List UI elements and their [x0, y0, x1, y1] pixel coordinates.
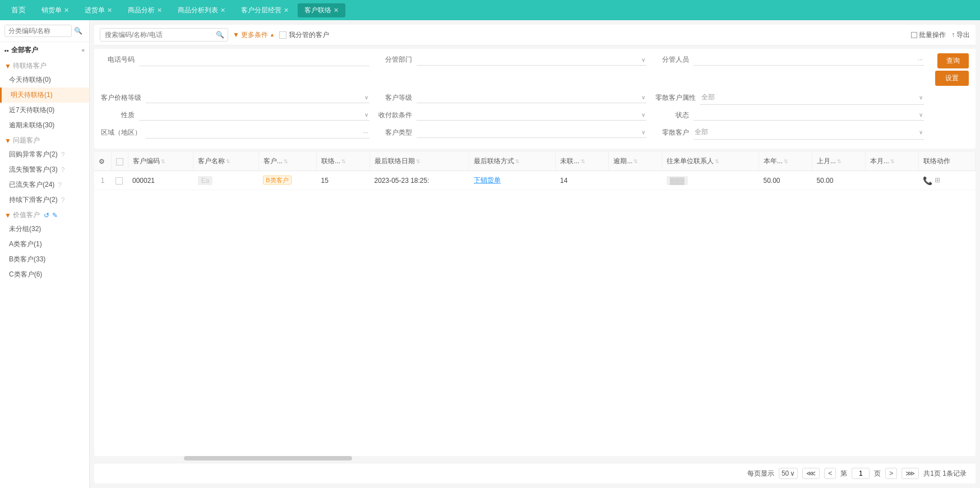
- nav-purchase-order[interactable]: 进货单 ✕: [78, 3, 119, 17]
- col-last-contact-method[interactable]: 最后联络方式⇅: [469, 152, 556, 171]
- filter-price-select[interactable]: ∨: [146, 92, 369, 103]
- settings-button[interactable]: 设置: [935, 71, 969, 86]
- grid-action-icon[interactable]: ⊞: [935, 176, 940, 185]
- col-this-month[interactable]: 本月...⇅: [865, 152, 918, 171]
- refresh-icon[interactable]: ↺: [44, 211, 49, 219]
- row-last-contact-method[interactable]: 下销货单: [469, 171, 556, 190]
- col-code[interactable]: 客户编码⇅: [128, 152, 193, 171]
- next-page-button[interactable]: >: [885, 468, 897, 479]
- unit-contact-masked: ▓▓▓: [667, 176, 688, 185]
- question3-icon: ?: [58, 181, 62, 189]
- phone-action-icon[interactable]: 📞: [923, 176, 932, 185]
- scrollbar-thumb[interactable]: [184, 456, 352, 461]
- nav-customer-contact[interactable]: 客户联络 ✕: [298, 3, 345, 17]
- sidebar-search-input[interactable]: [4, 25, 72, 37]
- my-customers-checkbox[interactable]: [279, 31, 286, 39]
- sidebar-all-customers[interactable]: ▪▪ 全部客户 «: [0, 42, 89, 58]
- nav-close-contact[interactable]: ✕: [334, 7, 339, 14]
- nav-home[interactable]: 首页: [4, 3, 33, 17]
- batch-operation-button[interactable]: 批量操作: [911, 30, 946, 40]
- filter-area-select[interactable]: ···: [146, 127, 369, 139]
- sidebar-item-ungrouped[interactable]: 未分组(32): [0, 222, 89, 237]
- edit-value-icon[interactable]: ✎: [52, 211, 58, 219]
- prev-page-button[interactable]: <: [824, 468, 836, 479]
- row-name: Ea: [193, 171, 259, 190]
- sidebar-search-icon[interactable]: 🔍: [74, 27, 82, 35]
- horizontal-scrollbar[interactable]: [94, 456, 976, 461]
- row-code: 000021: [128, 171, 193, 190]
- row-checkbox[interactable]: [115, 177, 123, 185]
- filter-area-label: 区域（地区）: [101, 128, 141, 137]
- col-unit-contact[interactable]: 往来单位联系人⇅: [662, 152, 759, 171]
- filter-retail-attr-cell: 零散客户属性 全部∨: [655, 90, 924, 105]
- filter-gender-select[interactable]: ∨: [139, 109, 369, 121]
- sidebar-item-class-b[interactable]: B类客户(33): [0, 252, 89, 267]
- row-num: 1: [94, 171, 111, 190]
- col-last-contact-date[interactable]: 最后联络日期⇅: [369, 152, 469, 171]
- filter-payment-select[interactable]: ∨: [417, 109, 647, 121]
- filter-dept-select[interactable]: ∨: [417, 54, 647, 66]
- row-type: B类客户: [258, 171, 316, 190]
- page-number-input[interactable]: [852, 468, 870, 479]
- sidebar-item-declining[interactable]: 持续下滑客户(2) ?: [0, 192, 89, 208]
- filter-retail-attr-select[interactable]: 全部∨: [700, 90, 924, 105]
- export-button[interactable]: ↑ 导出: [951, 30, 970, 40]
- nav-close-purchase[interactable]: ✕: [107, 7, 112, 14]
- filter-customer-level-select[interactable]: ∨: [417, 92, 647, 103]
- sidebar-collapse-icon[interactable]: «: [81, 47, 85, 53]
- filter-customer-type-select[interactable]: ∨: [417, 127, 647, 138]
- filter-phone-input[interactable]: [139, 53, 369, 66]
- toolbar-search-button[interactable]: 🔍: [212, 29, 228, 41]
- sidebar-item-today[interactable]: 今天待联络(0): [0, 72, 89, 88]
- nav-close-sales[interactable]: ✕: [64, 7, 69, 14]
- filter-phone-label: 电话号码: [101, 55, 135, 65]
- triangle3-icon: ▼: [4, 211, 11, 219]
- col-type[interactable]: 客户...⇅: [258, 152, 316, 171]
- col-un-contact[interactable]: 未联...⇅: [556, 152, 609, 171]
- col-this-year[interactable]: 本年...⇅: [759, 152, 812, 171]
- col-name[interactable]: 客户名称⇅: [193, 152, 259, 171]
- sidebar-item-class-c[interactable]: C类客户(6): [0, 267, 89, 282]
- filter-customer-type-label: 客户类型: [378, 128, 412, 137]
- col-last-month[interactable]: 上月...⇅: [812, 152, 865, 171]
- nav-close-stratification[interactable]: ✕: [284, 7, 289, 14]
- sidebar-item-repurchase-abnormal[interactable]: 回购异常客户(2) ?: [0, 147, 89, 162]
- sidebar-item-class-a[interactable]: A类客户(1): [0, 237, 89, 252]
- first-page-button[interactable]: ⋘: [802, 468, 820, 479]
- page-size-select[interactable]: 50 ∨: [779, 468, 798, 479]
- sidebar-item-churn-warning[interactable]: 流失预警客户(3) ?: [0, 162, 89, 177]
- table-body: 1 000021 Ea B类客户 15 2023-05-23 18:25:: [94, 171, 976, 190]
- col-checkbox[interactable]: [111, 152, 128, 171]
- toolbar-search-input[interactable]: [100, 29, 212, 41]
- sidebar-item-churned[interactable]: 已流失客户(24) ?: [0, 177, 89, 192]
- row-overdue: [609, 171, 662, 190]
- filter-retail-customer-select[interactable]: 全部∨: [694, 125, 924, 140]
- contact-method-link[interactable]: 下销货单: [474, 176, 501, 184]
- nav-close-product-analysis[interactable]: ✕: [157, 7, 162, 14]
- filter-status-select[interactable]: ∨: [694, 109, 924, 121]
- nav-close-product-list[interactable]: ✕: [220, 7, 225, 14]
- query-button[interactable]: 查询: [937, 53, 969, 68]
- col-gear[interactable]: ⚙: [94, 152, 111, 171]
- nav-product-analysis-list[interactable]: 商品分析列表 ✕: [171, 3, 232, 17]
- nav-customer-stratification[interactable]: 客户分层经营 ✕: [234, 3, 295, 17]
- table-header: ⚙ 客户编码⇅ 客户名称⇅ 客户...⇅: [94, 152, 976, 171]
- page-suffix: 页: [874, 469, 881, 478]
- page-label: 第: [840, 469, 847, 478]
- last-page-button[interactable]: ⋙: [902, 468, 919, 479]
- header-checkbox[interactable]: [116, 158, 123, 165]
- col-contact-count[interactable]: 联络...⇅: [317, 152, 370, 171]
- row-checkbox-cell[interactable]: [111, 171, 128, 190]
- sidebar-item-overdue[interactable]: 逾期未联络(30): [0, 118, 89, 133]
- more-filters-button[interactable]: ▼ 更多条件 ▲: [233, 30, 275, 40]
- filter-person-select[interactable]: ···: [694, 54, 924, 66]
- sidebar-item-tomorrow[interactable]: 明天待联络(1): [0, 88, 89, 103]
- my-customers-checkbox-label[interactable]: 我分管的客户: [279, 30, 329, 40]
- nav-product-analysis[interactable]: 商品分析 ✕: [121, 3, 169, 17]
- filter-gender-label: 性质: [101, 111, 135, 120]
- nav-sales-order[interactable]: 销货单 ✕: [35, 3, 76, 17]
- filter-person-cell: 分管人员 ···: [655, 54, 924, 66]
- row-unit-contact: ▓▓▓: [662, 171, 759, 190]
- sidebar-item-7days[interactable]: 近7天待联络(0): [0, 103, 89, 118]
- col-overdue[interactable]: 逾期...⇅: [609, 152, 662, 171]
